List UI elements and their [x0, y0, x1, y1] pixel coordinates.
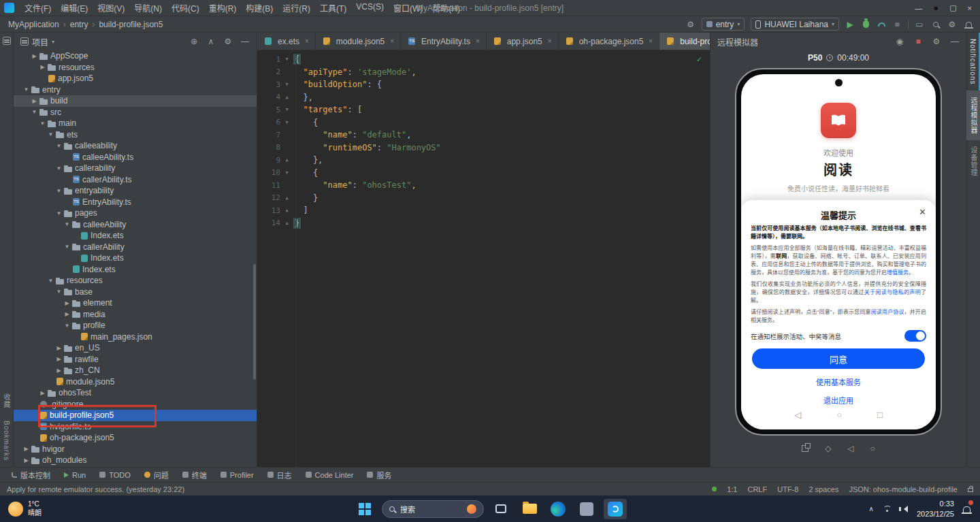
- sync-settings-icon[interactable]: ⚙: [686, 19, 696, 30]
- chevron-icon[interactable]: ▼: [63, 244, 71, 250]
- wifi-icon[interactable]: [883, 506, 892, 512]
- chevron-icon[interactable]: ▶: [22, 446, 31, 452]
- back-icon[interactable]: ◁: [847, 444, 853, 453]
- toolwindow-linter[interactable]: Code Linter: [299, 468, 360, 482]
- tree-item[interactable]: ▼main: [14, 118, 257, 129]
- close-icon[interactable]: ×: [476, 37, 480, 45]
- fold-icon[interactable]: ▼: [280, 56, 293, 62]
- toolwindow-problems[interactable]: 问题: [138, 468, 175, 482]
- code-line[interactable]: 9▲ },: [257, 154, 710, 167]
- rotate-icon[interactable]: ◇: [825, 444, 831, 453]
- code-line[interactable]: 3▼ "buildOption": {: [257, 78, 710, 91]
- menu-item[interactable]: 运行(R): [278, 1, 315, 15]
- tree-item[interactable]: Index.ets: [14, 252, 257, 264]
- tree-item[interactable]: app.json5: [14, 73, 257, 84]
- tree-item[interactable]: ▼entry: [14, 84, 257, 96]
- chevron-icon[interactable]: ▶: [63, 311, 71, 317]
- tree-item[interactable]: oh-package.json5: [14, 432, 257, 444]
- toolwindow-services[interactable]: 服务: [361, 468, 397, 482]
- device-selector[interactable]: HUAWEI Laihana ▾: [751, 18, 839, 31]
- fold-icon[interactable]: ▲: [280, 195, 293, 201]
- settings-icon[interactable]: ⚙: [223, 36, 233, 47]
- collapse-icon[interactable]: ∧: [206, 36, 216, 47]
- notifications-icon[interactable]: [963, 503, 970, 515]
- tree-item[interactable]: ▶oh_modules: [14, 455, 257, 466]
- close-icon[interactable]: ×: [390, 37, 394, 45]
- code-line[interactable]: 11 "name": "ohosTest",: [257, 179, 710, 192]
- tool-stripe-label[interactable]: Notifications: [967, 33, 980, 91]
- taskbar-app-start[interactable]: [353, 499, 376, 519]
- json-schema[interactable]: JSON: ohos-module-build-profile: [849, 485, 958, 493]
- editor-tab[interactable]: oh-package.json5×: [559, 33, 660, 50]
- code-line[interactable]: 7 "name": "default",: [257, 129, 710, 142]
- tree-item[interactable]: ▼pages: [14, 208, 257, 219]
- chevron-icon[interactable]: ▼: [54, 210, 63, 216]
- restore-icon[interactable]: ▢: [949, 3, 956, 12]
- taskbar-clock[interactable]: 0:33 2023/12/25: [917, 499, 954, 519]
- code-line[interactable]: 2 "apiType": 'stageMode',: [257, 66, 710, 79]
- code-line[interactable]: 4▲ },: [257, 91, 710, 104]
- module-selector[interactable]: entry ▾: [702, 18, 745, 31]
- dialog-link[interactable]: 关于阅读与隐私的声明: [864, 289, 921, 295]
- breadcrumb-item[interactable]: build-profile.json5: [97, 20, 164, 29]
- tree-item[interactable]: ▶rawfile: [14, 354, 257, 365]
- fold-icon[interactable]: ▼: [280, 120, 293, 125]
- project-scrollbar[interactable]: [253, 264, 256, 380]
- chevron-icon[interactable]: ▶: [30, 53, 39, 59]
- close-icon[interactable]: ×: [968, 4, 972, 12]
- search-icon[interactable]: [931, 19, 941, 30]
- tree-item[interactable]: Index.ets: [14, 264, 257, 276]
- chevron-icon[interactable]: ▶: [54, 368, 63, 374]
- toolwindow-vcs[interactable]: 版本控制: [5, 468, 56, 482]
- chevron-icon[interactable]: ▼: [54, 165, 63, 172]
- toolwindow-log[interactable]: 日志: [261, 468, 298, 482]
- close-icon[interactable]: ×: [548, 37, 552, 45]
- home-icon[interactable]: ○: [836, 410, 842, 420]
- breadcrumb-item[interactable]: MyApplication: [7, 20, 61, 29]
- play-icon[interactable]: ▶: [845, 19, 855, 30]
- chevron-icon[interactable]: ▶: [63, 300, 71, 306]
- tree-item[interactable]: ▼ets: [14, 129, 257, 141]
- tree-item[interactable]: callerAbility.ts: [14, 174, 257, 186]
- chevron-icon[interactable]: ▶: [54, 345, 63, 351]
- agree-button[interactable]: 同意: [752, 348, 925, 369]
- pin-icon[interactable]: ◉: [895, 36, 904, 47]
- fold-icon[interactable]: ▼: [280, 82, 293, 87]
- breadcrumb-item[interactable]: entry: [69, 20, 90, 29]
- menu-item[interactable]: 构建(B): [241, 1, 278, 15]
- file-encoding[interactable]: UTF-8: [777, 485, 798, 493]
- editor-tab[interactable]: build-profile.json5×: [659, 33, 710, 50]
- hide-icon[interactable]: —: [240, 36, 250, 47]
- chevron-icon[interactable]: ▶: [38, 64, 47, 70]
- lock-icon[interactable]: [968, 488, 973, 492]
- tree-item[interactable]: hvigorfile.ts: [14, 421, 257, 433]
- tree-item[interactable]: calleeAbility.ts: [14, 152, 257, 163]
- taskbar-app-explorer[interactable]: [518, 499, 541, 519]
- editor-tab[interactable]: EntryAbility.ts×: [401, 33, 487, 50]
- minimize-icon[interactable]: —: [915, 4, 922, 12]
- menu-item[interactable]: 视图(V): [93, 1, 129, 15]
- fold-icon[interactable]: ▲: [280, 95, 293, 100]
- record-icon[interactable]: ●: [933, 3, 938, 13]
- profiler-icon[interactable]: [877, 19, 886, 30]
- chevron-icon[interactable]: ▼: [54, 289, 63, 295]
- menu-item[interactable]: 导航(N): [129, 1, 167, 15]
- chevron-icon[interactable]: ▼: [46, 131, 55, 137]
- chevron-icon[interactable]: ▶: [54, 356, 63, 362]
- code-line[interactable]: 14▲}: [257, 217, 710, 230]
- tree-item[interactable]: ▼entryability: [14, 185, 257, 197]
- code-line[interactable]: 8 "runtimeOS": "HarmonyOS": [257, 142, 710, 154]
- basic-service-link[interactable]: 使用基本服务: [751, 376, 926, 387]
- toolwindow-run[interactable]: Run: [58, 468, 92, 482]
- line-separator[interactable]: CRLF: [747, 485, 767, 493]
- weather-widget[interactable]: 1°C 晴朗: [0, 500, 50, 517]
- tool-stripe-label[interactable]: Bookmarks: [1, 414, 12, 467]
- toolwindow-profiler[interactable]: Profiler: [214, 468, 260, 482]
- back-icon[interactable]: ◁: [794, 410, 801, 420]
- code-line[interactable]: 12▲ }: [257, 192, 710, 205]
- tree-item[interactable]: ▼callerability: [14, 163, 257, 174]
- toolwindow-terminal[interactable]: 终端: [176, 468, 213, 482]
- taskbar-app-edge[interactable]: [546, 499, 570, 519]
- taskbar-app-deveco[interactable]: [604, 499, 627, 519]
- tree-item[interactable]: ▶element: [14, 297, 257, 309]
